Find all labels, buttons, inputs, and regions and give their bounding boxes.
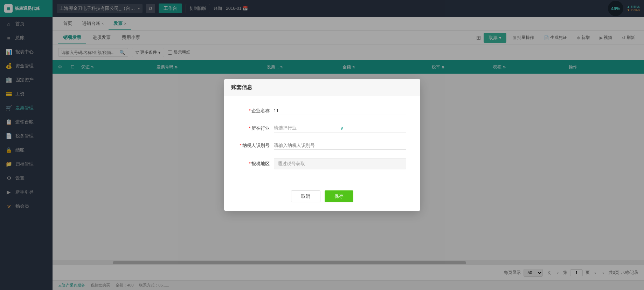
tax-id-input[interactable] bbox=[274, 141, 406, 150]
industry-dropdown-icon: ∨ bbox=[340, 125, 406, 131]
modal-header: 账套信息 bbox=[224, 79, 420, 96]
company-name-label: *企业名称 bbox=[238, 108, 270, 114]
tax-region-row: *报税地区 通过税号获取 bbox=[238, 158, 406, 169]
company-name-input[interactable] bbox=[274, 107, 406, 115]
industry-placeholder: 请选择行业 bbox=[274, 125, 340, 131]
account-info-modal: 账套信息 *企业名称 *所在行业 请选择行业 ∨ bbox=[224, 79, 420, 211]
tax-region-label: *报税地区 bbox=[238, 161, 270, 167]
modal-body: *企业名称 *所在行业 请选择行业 ∨ *纳税人识别号 bbox=[224, 96, 420, 185]
modal-title: 账套信息 bbox=[231, 84, 252, 90]
industry-row: *所在行业 请选择行业 ∨ bbox=[238, 123, 406, 133]
save-button[interactable]: 保存 bbox=[325, 190, 353, 202]
tax-id-row: *纳税人识别号 bbox=[238, 141, 406, 150]
modal-overlay[interactable]: 账套信息 *企业名称 *所在行业 请选择行业 ∨ bbox=[0, 0, 644, 290]
tax-id-label: *纳税人识别号 bbox=[238, 142, 270, 149]
tax-region-display: 通过税号获取 bbox=[274, 158, 406, 169]
cancel-button[interactable]: 取消 bbox=[291, 190, 320, 202]
industry-select[interactable]: 请选择行业 ∨ bbox=[274, 123, 406, 133]
modal-footer: 取消 保存 bbox=[224, 185, 420, 211]
company-name-row: *企业名称 bbox=[238, 107, 406, 115]
industry-label: *所在行业 bbox=[238, 125, 270, 131]
